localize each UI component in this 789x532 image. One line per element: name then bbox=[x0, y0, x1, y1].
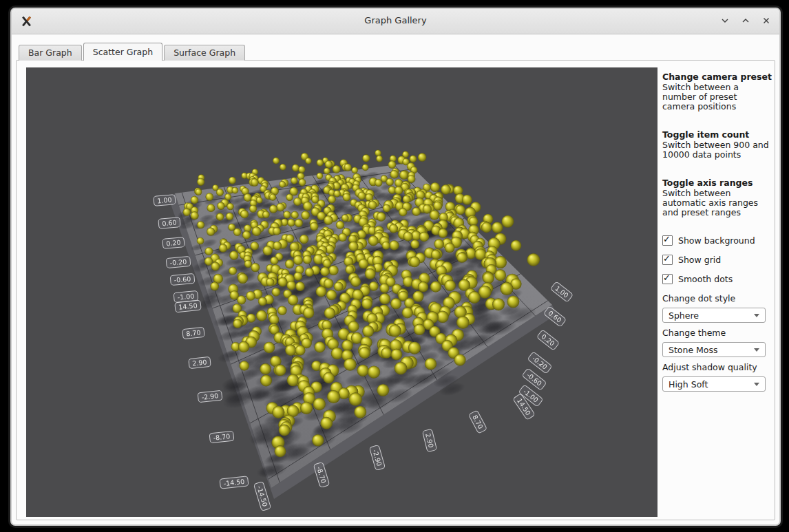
show-background-checkbox[interactable] bbox=[662, 235, 673, 246]
smooth-dots-checkbox[interactable] bbox=[662, 274, 673, 284]
chevron-down-icon bbox=[754, 348, 759, 352]
tab-surface-graph[interactable]: Surface Graph bbox=[164, 45, 245, 61]
chevron-up-icon bbox=[741, 16, 750, 25]
chevron-down-icon bbox=[754, 383, 759, 386]
dot-style-dropdown[interactable]: Sphere bbox=[662, 308, 766, 323]
section-title: Change camera preset bbox=[662, 72, 774, 82]
screen: Graph Gallery Bar Graph Scatter Graph Su… bbox=[0, 0, 789, 532]
controls-panel: Change camera preset Switch between a nu… bbox=[662, 72, 774, 392]
scatter-3d-view[interactable] bbox=[26, 67, 658, 517]
toggle-axis-ranges-button[interactable]: Toggle axis ranges Switch between automa… bbox=[662, 178, 774, 217]
section-description: Switch between 900 and 10000 data points bbox=[662, 140, 771, 160]
show-background-row: Show background bbox=[662, 235, 774, 246]
smooth-dots-row: Smooth dots bbox=[662, 274, 774, 284]
minimize-button[interactable] bbox=[719, 14, 731, 27]
shadow-quality-label: Adjust shadow quality bbox=[662, 362, 774, 372]
checkbox-label: Smooth dots bbox=[678, 274, 733, 284]
checkbox-label: Show background bbox=[678, 235, 755, 246]
toggle-item-count-button[interactable]: Toggle item count Switch between 900 and… bbox=[662, 129, 774, 160]
titlebar[interactable]: Graph Gallery bbox=[12, 9, 779, 34]
maximize-button[interactable] bbox=[739, 14, 752, 27]
close-icon bbox=[761, 16, 771, 25]
tab-scatter-graph[interactable]: Scatter Graph bbox=[83, 43, 162, 61]
theme-label: Change theme bbox=[662, 328, 774, 338]
change-camera-preset-button[interactable]: Change camera preset Switch between a nu… bbox=[662, 72, 774, 111]
tab-content-pane: Change camera preset Switch between a nu… bbox=[16, 60, 775, 520]
checkbox-label: Show grid bbox=[678, 255, 721, 265]
section-description: Switch between automatic axis ranges and… bbox=[662, 189, 771, 217]
window-title: Graph Gallery bbox=[12, 15, 779, 25]
tab-bar: Bar Graph Scatter Graph Surface Graph bbox=[19, 41, 246, 61]
dropdown-value: Sphere bbox=[669, 310, 754, 321]
graph-gallery-window: Graph Gallery Bar Graph Scatter Graph Su… bbox=[10, 8, 781, 526]
section-title: Toggle item count bbox=[662, 129, 774, 140]
section-description: Switch between a number of preset camera… bbox=[662, 83, 771, 111]
dot-style-label: Change dot style bbox=[662, 293, 774, 304]
show-grid-row: Show grid bbox=[662, 255, 774, 265]
dropdown-value: High Soft bbox=[669, 379, 754, 390]
scatter-plot-container bbox=[26, 67, 658, 517]
close-button[interactable] bbox=[760, 14, 772, 27]
section-title: Toggle axis ranges bbox=[662, 178, 774, 188]
tab-bar-graph[interactable]: Bar Graph bbox=[19, 45, 82, 61]
chevron-down-icon bbox=[754, 314, 759, 317]
chevron-down-icon bbox=[720, 16, 730, 25]
shadow-quality-dropdown[interactable]: High Soft bbox=[662, 376, 766, 392]
theme-dropdown[interactable]: Stone Moss bbox=[662, 342, 766, 357]
show-grid-checkbox[interactable] bbox=[662, 255, 673, 265]
dropdown-value: Stone Moss bbox=[669, 345, 754, 355]
